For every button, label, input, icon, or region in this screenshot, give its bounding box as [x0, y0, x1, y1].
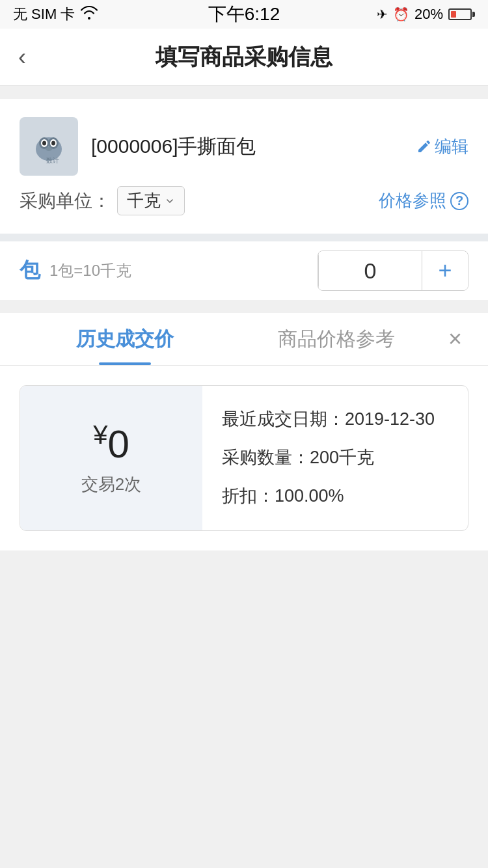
- price-card-left: ¥0 交易2次: [20, 386, 202, 530]
- product-left: 数计 [0000006]手撕面包: [20, 117, 256, 176]
- location-icon: ✈: [377, 7, 388, 22]
- unit-sub-text: 1包=10千克: [49, 260, 131, 281]
- discount-row: 折扣：100.00%: [222, 482, 448, 510]
- trade-count: 交易2次: [81, 473, 141, 496]
- price-card-right: 最近成交日期：2019-12-30 采购数量：200千克 折扣：100.00%: [202, 386, 468, 530]
- back-button[interactable]: ‹: [18, 44, 26, 71]
- tab-product-price-ref[interactable]: 商品价格参考: [230, 313, 441, 365]
- battery-icon: [448, 8, 475, 20]
- status-time: 下午6:12: [208, 2, 280, 27]
- product-logo-icon: 数计: [29, 127, 68, 166]
- main-content: [0, 550, 488, 868]
- unit-dropdown[interactable]: 千克: [117, 186, 185, 215]
- price-card-section: ¥0 交易2次 最近成交日期：2019-12-30 采购数量：200千克 折扣：…: [0, 366, 488, 550]
- discount-label: 折扣：: [222, 486, 275, 506]
- dropdown-arrow-icon: [165, 196, 175, 206]
- wifi-icon: [80, 5, 98, 23]
- product-name: [0000006]手撕面包: [91, 133, 256, 160]
- unit-badge: 包: [20, 256, 40, 285]
- alarm-icon: ⏰: [393, 7, 409, 22]
- svg-point-5: [42, 141, 46, 146]
- purchase-label: 采购单位：: [20, 189, 111, 213]
- svg-point-6: [51, 141, 55, 146]
- status-right: ✈ ⏰ 20%: [377, 6, 475, 23]
- price-card: ¥0 交易2次 最近成交日期：2019-12-30 采购数量：200千克 折扣：…: [20, 385, 468, 531]
- tab-product-price-label: 商品价格参考: [278, 326, 395, 353]
- status-left: 无 SIM 卡: [13, 5, 98, 24]
- tab-header: 历史成交价 商品价格参考 ×: [0, 313, 488, 365]
- svg-point-7: [46, 147, 52, 151]
- edit-button[interactable]: 编辑: [416, 135, 468, 158]
- edit-icon: [416, 139, 432, 154]
- price-reference-button[interactable]: 价格参照 ?: [379, 189, 468, 212]
- section-divider: [0, 234, 488, 241]
- nav-bar: ‹ 填写商品采购信息: [0, 29, 488, 86]
- price-value: 0: [107, 422, 129, 466]
- price-main: ¥0: [93, 420, 129, 467]
- discount-value: 100.00%: [275, 486, 344, 506]
- tab-section: 历史成交价 商品价格参考 ×: [0, 313, 488, 366]
- quantity-plus-button[interactable]: +: [422, 251, 468, 290]
- product-row: 数计 [0000006]手撕面包 编辑: [20, 117, 468, 176]
- recent-date-label: 最近成交日期：: [222, 409, 345, 429]
- tab-historical-label: 历史成交价: [76, 326, 174, 353]
- purchase-qty-label: 采购数量：: [222, 448, 310, 467]
- status-bar: 无 SIM 卡 下午6:12 ✈ ⏰ 20%: [0, 0, 488, 29]
- question-icon: ?: [450, 192, 468, 210]
- svg-text:数计: 数计: [46, 157, 59, 164]
- product-image: 数计: [20, 117, 78, 176]
- tab-close-button[interactable]: ×: [442, 325, 468, 353]
- quantity-controls: 0 +: [318, 251, 468, 291]
- purchase-qty-row: 采购数量：200千克: [222, 444, 448, 472]
- page-title: 填写商品采购信息: [156, 42, 332, 72]
- tab-historical-price[interactable]: 历史成交价: [20, 313, 230, 365]
- recent-date-value: 2019-12-30: [345, 409, 435, 429]
- currency-symbol: ¥: [93, 420, 107, 449]
- battery-percent: 20%: [414, 6, 443, 23]
- recent-date-row: 最近成交日期：2019-12-30: [222, 405, 448, 433]
- product-section: 数计 [0000006]手撕面包 编辑 采购单位： 千克 价格参照 ?: [0, 99, 488, 234]
- quantity-section: 包 1包=10千克 0 +: [0, 241, 488, 300]
- purchase-qty-value: 200千克: [310, 448, 374, 467]
- price-ref-label: 价格参照: [379, 189, 446, 212]
- quantity-label: 包 1包=10千克: [20, 256, 131, 285]
- purchase-row: 采购单位： 千克 价格参照 ?: [20, 186, 468, 215]
- carrier-text: 无 SIM 卡: [13, 5, 75, 24]
- unit-value: 千克: [127, 189, 161, 212]
- quantity-display: 0: [318, 251, 422, 290]
